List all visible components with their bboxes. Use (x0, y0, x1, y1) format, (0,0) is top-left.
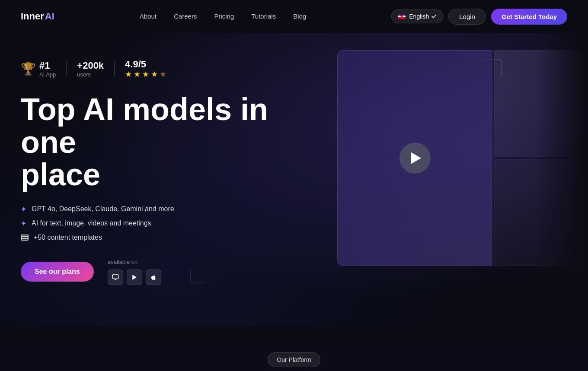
badge-rating: 4.9/5 ★ ★ ★ ★ ★ (125, 59, 166, 79)
nav-pricing[interactable]: Pricing (214, 13, 234, 20)
hero-section: 🏆 #1 AI App +200k users 4.9/5 ★ ★ ★ ★ (0, 33, 588, 327)
badge-divider-2 (114, 61, 115, 77)
badge-users-num: +200k (77, 60, 104, 71)
badge-rank-num: #1 (39, 60, 56, 71)
template-icon (21, 235, 29, 241)
svg-rect-0 (112, 275, 118, 279)
nav-blog[interactable]: Blog (293, 13, 306, 20)
logo[interactable]: Inner AI (21, 11, 54, 22)
nav-links: About Careers Pricing Tutorials Blog (140, 13, 306, 20)
badge-rank: 🏆 #1 AI App (21, 60, 56, 78)
apple-store-button[interactable] (146, 270, 161, 285)
available-label: available on (108, 259, 161, 265)
bottom-section: Our Platform Your AI-Native Workspace fo… (0, 327, 588, 371)
video-area (337, 50, 588, 266)
video-main-panel[interactable] (337, 50, 492, 266)
star-1: ★ (125, 70, 132, 79)
stars-row: ★ ★ ★ ★ ★ (125, 70, 166, 79)
sparkle-icon-1: ✦ (21, 205, 26, 213)
nav-right: English Login Get Started Today (391, 9, 567, 25)
store-icons-row (108, 270, 161, 285)
badge-divider-1 (66, 61, 67, 77)
sparkle-icon-2: ✦ (21, 219, 26, 228)
platform-badge[interactable]: Our Platform (268, 352, 320, 367)
nav-careers[interactable]: Careers (174, 13, 197, 20)
badge-users: +200k users (77, 60, 104, 78)
video-panel-bottom-right (494, 159, 588, 266)
apple-icon (150, 274, 157, 281)
flag-icon (398, 14, 406, 19)
star-5: ★ (160, 70, 166, 79)
play-button[interactable] (399, 143, 431, 174)
video-panel-top-right (494, 50, 588, 157)
hero-headline: Top AI models in one place (21, 93, 297, 191)
nav-tutorials[interactable]: Tutorials (251, 13, 276, 20)
chevron-down-icon (431, 13, 436, 18)
monitor-icon (112, 274, 119, 281)
get-started-button[interactable]: Get Started Today (491, 9, 567, 25)
star-3: ★ (142, 70, 149, 79)
nav-about[interactable]: About (140, 13, 157, 20)
language-selector[interactable]: English (391, 10, 443, 23)
badge-rank-sub: AI App (39, 71, 56, 78)
star-4: ★ (151, 70, 158, 79)
svg-marker-3 (132, 275, 136, 280)
available-on: available on (108, 259, 161, 285)
navbar: Inner AI About Careers Pricing Tutorials… (0, 0, 588, 33)
login-button[interactable]: Login (448, 9, 486, 25)
language-label: English (409, 13, 429, 20)
platform-badge-container: Our Platform (21, 352, 567, 371)
badge-rating-num: 4.9/5 (125, 59, 166, 70)
star-2: ★ (134, 70, 141, 79)
play-store-icon (131, 274, 138, 281)
play-triangle-icon (411, 152, 421, 164)
laurel-left-icon: 🏆 (21, 62, 36, 76)
badge-users-sub: users (77, 71, 104, 78)
android-store-button[interactable] (127, 270, 142, 285)
web-store-button[interactable] (108, 270, 123, 285)
see-plans-button[interactable]: See our plans (21, 262, 94, 282)
